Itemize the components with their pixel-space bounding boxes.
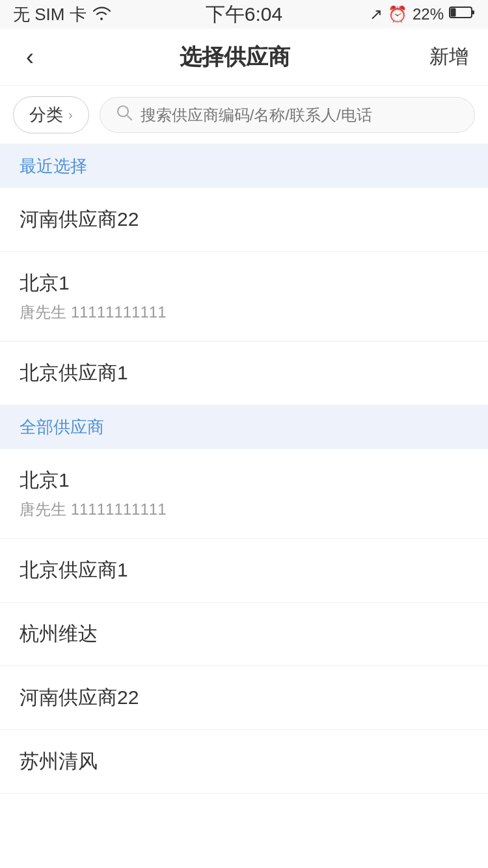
all-section-header: 全部供应商 [0, 405, 488, 449]
status-bar: 无 SIM 卡 下午6:04 ↗ ⏰ 22% [0, 0, 488, 29]
recent-list-item[interactable]: 北京供应商1 [0, 342, 488, 405]
search-input[interactable] [141, 106, 459, 124]
all-list: 北京1唐先生 11111111111北京供应商1杭州维达河南供应商22苏州清风 [0, 449, 488, 794]
category-button[interactable]: 分类 › [13, 96, 89, 133]
back-button[interactable]: ‹ [20, 37, 40, 77]
status-right: ↗ ⏰ 22% [370, 5, 475, 23]
wifi-icon [92, 5, 111, 25]
recent-section-label: 最近选择 [20, 156, 87, 176]
recent-section-header: 最近选择 [0, 144, 488, 188]
all-list-item[interactable]: 杭州维达 [0, 603, 488, 666]
svg-rect-1 [472, 10, 474, 14]
recent-list: 河南供应商22北京1唐先生 11111111111北京供应商1 [0, 188, 488, 405]
alarm-icon: ⏰ [388, 5, 407, 23]
all-section-label: 全部供应商 [20, 417, 104, 437]
signal-text: 无 SIM 卡 [13, 3, 87, 26]
nav-bar: ‹ 选择供应商 新增 [0, 29, 488, 86]
category-label: 分类 [29, 103, 63, 126]
recent-list-item[interactable]: 河南供应商22 [0, 188, 488, 252]
status-time: 下午6:04 [206, 1, 282, 28]
supplier-name: 北京供应商1 [20, 360, 468, 387]
recent-list-item[interactable]: 北京1唐先生 11111111111 [0, 252, 488, 342]
supplier-name: 苏州清风 [20, 748, 468, 775]
supplier-contact: 唐先生 11111111111 [20, 302, 468, 323]
chevron-right-icon: › [68, 107, 73, 122]
supplier-name: 北京供应商1 [20, 557, 468, 584]
svg-line-4 [127, 115, 131, 120]
supplier-name: 杭州维达 [20, 621, 468, 647]
search-box [100, 97, 475, 133]
add-button[interactable]: 新增 [429, 44, 468, 70]
status-left: 无 SIM 卡 [13, 3, 111, 26]
supplier-name: 河南供应商22 [20, 685, 468, 711]
battery-text: 22% [413, 5, 444, 23]
search-icon [116, 104, 133, 126]
location-icon: ↗ [370, 5, 383, 23]
supplier-contact: 唐先生 11111111111 [20, 499, 468, 520]
all-list-item[interactable]: 河南供应商22 [0, 666, 488, 730]
supplier-name: 北京1 [20, 467, 468, 494]
all-list-item[interactable]: 北京1唐先生 11111111111 [0, 449, 488, 539]
supplier-name: 河南供应商22 [20, 206, 468, 233]
battery-icon [449, 5, 475, 23]
supplier-name: 北京1 [20, 270, 468, 297]
all-list-item[interactable]: 苏州清风 [0, 730, 488, 794]
filter-bar: 分类 › [0, 86, 488, 144]
svg-rect-2 [451, 8, 456, 17]
all-list-item[interactable]: 北京供应商1 [0, 539, 488, 603]
page-title: 选择供应商 [180, 42, 290, 72]
